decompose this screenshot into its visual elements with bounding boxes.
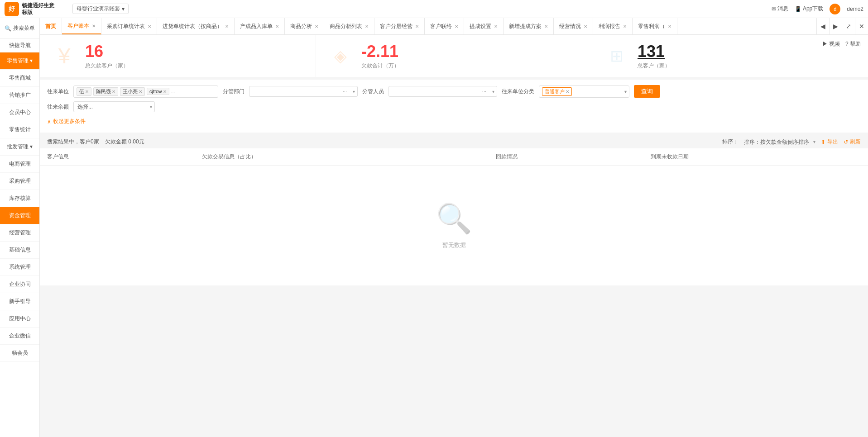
- tab-purchase-order[interactable]: 采购订单统计表 ✕: [101, 18, 157, 34]
- table-header: 客户信息 欠款交易信息（占比） 回款情况 到期未收款日期: [40, 148, 868, 166]
- export-btn[interactable]: ⬆ 导出: [821, 138, 838, 146]
- stat-info-1: 16 总欠款客户（家）: [85, 42, 129, 70]
- sidebar-item-ops-mgmt[interactable]: 经营管理: [0, 224, 39, 242]
- unit-tag-input[interactable]: 伍 ✕ 陈民强 ✕ 王小亮 ✕ cjttcw ✕: [73, 86, 218, 98]
- user-avatar[interactable]: d: [830, 4, 840, 14]
- tab-close-profit-report[interactable]: ✕: [623, 24, 627, 29]
- tab-close-goods-analysis-list[interactable]: ✕: [365, 24, 369, 29]
- tag-wang[interactable]: 王小亮 ✕: [120, 87, 145, 96]
- unit-class-input[interactable]: 普通客户 ✕: [539, 86, 629, 98]
- sidebar-item-vip-member[interactable]: 畅会员: [0, 345, 39, 362]
- tab-goods-stats[interactable]: 进货单统计表（按商品） ✕: [157, 18, 235, 34]
- tag-normal-customer-close[interactable]: ✕: [566, 89, 569, 94]
- export-icon: ⬆: [821, 139, 825, 145]
- more-tags-btn[interactable]: ...: [171, 89, 175, 94]
- app-icon: 📱: [795, 6, 801, 12]
- tab-customer-contact[interactable]: 客户联络 ✕: [425, 18, 464, 34]
- tab-prev-btn[interactable]: ◀: [816, 18, 829, 34]
- sidebar-item-retail-mall[interactable]: 零售商城: [0, 70, 39, 87]
- message-btn[interactable]: ✉ 消息: [772, 5, 788, 13]
- tab-close-biz-status[interactable]: ✕: [584, 24, 587, 29]
- logo-area: 好 畅捷通好生意 标版: [5, 2, 68, 16]
- company-selector[interactable]: 母婴行业演示账套 ▾: [72, 4, 129, 14]
- tab-close-customer-contact[interactable]: ✕: [455, 24, 458, 29]
- tab-new-tips[interactable]: 新增提成方案 ✕: [504, 18, 554, 34]
- tag-cjttcw[interactable]: cjttcw ✕: [147, 88, 169, 95]
- tag-cjttcw-close[interactable]: ✕: [163, 89, 167, 94]
- tab-close-retail-profit[interactable]: ✕: [668, 24, 671, 29]
- tab-customer-tier[interactable]: 客户分层经营 ✕: [374, 18, 425, 34]
- query-button[interactable]: 查询: [634, 85, 660, 98]
- sort-select[interactable]: 排序：按欠款金额倒序排序: [744, 139, 815, 145]
- tab-fullscreen-btn[interactable]: ⤢: [842, 18, 855, 34]
- dept-select[interactable]: [249, 86, 358, 97]
- tag-wu[interactable]: 伍 ✕: [77, 87, 91, 96]
- balance-label: 往来余额: [47, 103, 69, 111]
- app-download-btn[interactable]: 📱 App下载: [795, 5, 823, 13]
- sidebar-item-member-center[interactable]: 会员中心: [0, 104, 39, 121]
- sidebar-item-sys-mgmt[interactable]: 系统管理: [0, 259, 39, 276]
- collapse-area: ∧ 收起更多条件: [47, 116, 861, 127]
- tab-retail-profit[interactable]: 零售利润（ ✕: [633, 18, 677, 34]
- col-debt-info: 欠款交易信息（占比）: [195, 148, 489, 166]
- result-bar-right: 排序： 排序：按欠款金额倒序排序 ⬆ 导出 ↺ 刷新: [722, 138, 861, 146]
- sidebar-search-area: 🔍 搜索菜单: [0, 18, 39, 39]
- tab-close-goods-analysis[interactable]: ✕: [315, 24, 318, 29]
- collapse-btn[interactable]: ∧ 收起更多条件: [47, 118, 861, 125]
- tab-product-in[interactable]: 产成品入库单 ✕: [235, 18, 285, 34]
- stat-top-right: ▶ 视频 ? 帮助: [822, 40, 861, 48]
- tab-close-product-in[interactable]: ✕: [275, 24, 279, 29]
- tab-goods-analysis[interactable]: 商品分析 ✕: [285, 18, 324, 34]
- tag-wang-close[interactable]: ✕: [139, 89, 142, 94]
- stat-icon-1: ¥: [51, 43, 78, 70]
- video-link[interactable]: ▶ 视频: [822, 40, 840, 48]
- sidebar-item-wholesale-mgmt[interactable]: 批发管理 ▾: [0, 138, 39, 156]
- tab-next-btn[interactable]: ▶: [829, 18, 842, 34]
- tab-customer-book[interactable]: 客户账本 ✕: [62, 18, 101, 34]
- stat-icon-2: ◈: [327, 43, 354, 70]
- tab-close-customer-book[interactable]: ✕: [92, 24, 96, 28]
- top-bar: 好 畅捷通好生意 标版 母婴行业演示账套 ▾ ✉ 消息 📱 App下载 d de…: [0, 0, 868, 18]
- sidebar-item-new-guide[interactable]: 新手引导: [0, 293, 39, 310]
- tag-chen-close[interactable]: ✕: [112, 89, 115, 94]
- main-layout: 🔍 搜索菜单 快捷导航 零售管理 ▾ 零售商城 营销推广 会员中心 零售统计 批…: [0, 18, 868, 437]
- tab-close-goods-stats[interactable]: ✕: [225, 24, 229, 29]
- username-label[interactable]: demo2: [847, 6, 863, 12]
- tab-close-new-tips[interactable]: ✕: [544, 24, 548, 29]
- sidebar-item-enterprise[interactable]: 企业协同: [0, 276, 39, 293]
- tab-home[interactable]: 首页: [40, 18, 62, 34]
- tag-chen[interactable]: 陈民强 ✕: [93, 87, 118, 96]
- sidebar-item-marketing[interactable]: 营销推广: [0, 87, 39, 104]
- sidebar-item-retail-mgmt[interactable]: 零售管理 ▾: [0, 52, 39, 70]
- tab-close-customer-tier[interactable]: ✕: [415, 24, 419, 29]
- sidebar-item-basic-info[interactable]: 基础信息: [0, 242, 39, 259]
- sidebar-item-ecommerce[interactable]: 电商管理: [0, 156, 39, 173]
- help-link[interactable]: ? 帮助: [845, 40, 861, 48]
- tab-tips-settings[interactable]: 提成设置 ✕: [464, 18, 504, 34]
- tab-biz-status[interactable]: 经营情况 ✕: [554, 18, 593, 34]
- tab-close-all-btn[interactable]: ✕: [855, 18, 868, 34]
- help-icon: ?: [845, 41, 849, 47]
- stat-value-customers: 16: [85, 42, 129, 61]
- balance-select[interactable]: 选择...: [73, 101, 155, 112]
- avatar: d: [830, 4, 840, 14]
- tag-normal-customer[interactable]: 普通客户 ✕: [542, 87, 572, 96]
- sidebar-item-corp-wechat[interactable]: 企业微信: [0, 328, 39, 345]
- tag-wu-close[interactable]: ✕: [85, 89, 89, 94]
- tab-close-purchase-order[interactable]: ✕: [148, 24, 151, 29]
- tab-close-tips-settings[interactable]: ✕: [494, 24, 498, 29]
- person-select[interactable]: [388, 86, 497, 97]
- sidebar-item-app-center[interactable]: 应用中心: [0, 310, 39, 328]
- sidebar-item-capital-mgmt[interactable]: 资金管理: [0, 207, 39, 224]
- sidebar-item-purchase-mgmt[interactable]: 采购管理: [0, 173, 39, 190]
- tab-goods-analysis-list[interactable]: 商品分析列表 ✕: [324, 18, 374, 34]
- sidebar-item-retail-stats[interactable]: 零售统计: [0, 121, 39, 138]
- quick-nav-btn[interactable]: 快捷导航: [0, 39, 39, 52]
- stat-card-amount: ◈ -2.11 欠款合计（万）: [316, 35, 592, 77]
- sidebar-item-inventory[interactable]: 库存核算: [0, 190, 39, 207]
- refresh-btn[interactable]: ↺ 刷新: [844, 138, 861, 146]
- search-menu-btn[interactable]: 🔍 搜索菜单: [4, 23, 36, 34]
- stats-row: ¥ 16 总欠款客户（家） ◈ -2.11 欠款合计（万）: [40, 35, 868, 77]
- unit-class-select-wrap: 普通客户 ✕ ▾: [539, 86, 629, 98]
- tab-profit-report[interactable]: 利润报告 ✕: [593, 18, 633, 34]
